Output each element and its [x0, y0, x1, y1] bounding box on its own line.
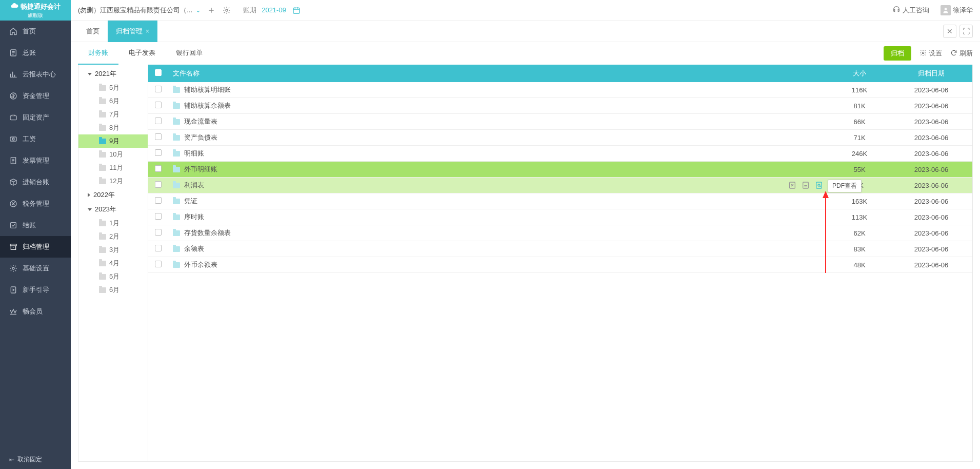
tree-month-label: 6月	[109, 96, 119, 106]
page-tab[interactable]: 首页	[78, 21, 108, 42]
add-company-button[interactable]	[206, 5, 216, 15]
nav-item-asset[interactable]: 固定资产	[0, 107, 71, 128]
tree-month[interactable]: 6月	[78, 94, 148, 108]
folder-icon	[173, 87, 180, 93]
row-checkbox[interactable]	[155, 245, 162, 251]
unpin-icon: ⇤	[9, 456, 14, 463]
sidebar-unpin[interactable]: ⇤ 取消固定	[0, 450, 71, 469]
file-name: 外币明细账	[184, 165, 217, 174]
row-checkbox[interactable]	[155, 229, 162, 236]
table-row[interactable]: 辅助核算明细账116K2023-06-06	[148, 82, 972, 98]
tree-month[interactable]: 4月	[78, 257, 148, 270]
tree-month-label: 10月	[109, 150, 123, 159]
table-row[interactable]: 外币余额表48K2023-06-06	[148, 257, 972, 273]
nav-item-report[interactable]: 云报表中心	[0, 64, 71, 85]
folder-icon	[99, 152, 106, 158]
ledger-icon	[9, 49, 17, 57]
nav-item-guide[interactable]: 新手引导	[0, 279, 71, 301]
table-row[interactable]: 余额表83K2023-06-06	[148, 241, 972, 257]
file-name: 余额表	[184, 244, 204, 253]
tree-month[interactable]: 11月	[78, 161, 148, 174]
tree-month[interactable]: 10月	[78, 148, 148, 161]
nav-item-tax[interactable]: 税务管理	[0, 193, 71, 214]
row-checkbox[interactable]	[155, 118, 162, 124]
nav-item-close[interactable]: 结账	[0, 214, 71, 236]
sub-tab[interactable]: 银行回单	[166, 42, 213, 65]
tree-month[interactable]: 5月	[78, 81, 148, 94]
table-row[interactable]: 序时账113K2023-06-06	[148, 209, 972, 225]
table-row[interactable]: 现金流量表66K2023-06-06	[148, 114, 972, 130]
close-icon[interactable]: ×	[146, 28, 149, 35]
row-checkbox[interactable]	[155, 181, 162, 188]
consult-button[interactable]: 人工咨询	[892, 5, 929, 15]
row-checkbox[interactable]	[155, 133, 162, 140]
tree-year[interactable]: 2022年	[78, 188, 148, 202]
tree-month[interactable]: 7月	[78, 108, 148, 121]
tree-month[interactable]: 1月	[78, 217, 148, 230]
company-selector[interactable]: (勿删）江西服宝精品有限责任公司（... ⌄	[78, 6, 201, 15]
file-size: 71K	[829, 130, 890, 146]
tree-month[interactable]: 8月	[78, 121, 148, 134]
page-tabs: 首页归档管理× ✕ ⛶	[71, 21, 980, 42]
page-tab[interactable]: 归档管理×	[108, 21, 157, 42]
table-row[interactable]: 凭证163K2023-06-06	[148, 193, 972, 209]
nav-item-settings[interactable]: 基础设置	[0, 258, 71, 279]
page-tab-label: 首页	[86, 27, 99, 36]
tab-close-button[interactable]: ✕	[943, 25, 956, 38]
nav-item-invoice[interactable]: 发票管理	[0, 150, 71, 171]
tree-year[interactable]: 2023年	[78, 202, 148, 217]
table-row[interactable]: 外币明细账55K2023-06-06	[148, 162, 972, 178]
row-checkbox[interactable]	[155, 261, 162, 267]
export-excel-icon[interactable]	[788, 181, 797, 190]
table-row[interactable]: 存货数量余额表62K2023-06-06	[148, 225, 972, 241]
tree-month[interactable]: 12月	[78, 174, 148, 188]
tree-month[interactable]: 6月	[78, 283, 148, 297]
archive-button[interactable]: 归档	[884, 46, 911, 61]
nav-item-fund[interactable]: 资金管理	[0, 85, 71, 107]
file-size: 246K	[829, 146, 890, 162]
company-settings-button[interactable]	[222, 5, 232, 15]
settings-link[interactable]: 设置	[919, 49, 942, 58]
row-checkbox[interactable]	[155, 102, 162, 108]
tab-fullscreen-button[interactable]: ⛶	[959, 25, 973, 38]
row-checkbox[interactable]	[155, 149, 162, 156]
nav-item-home[interactable]: 首页	[0, 21, 71, 42]
tree-month[interactable]: 2月	[78, 230, 148, 243]
sub-tab[interactable]: 电子发票	[118, 42, 166, 65]
period-value[interactable]: 2021-09	[262, 6, 286, 14]
file-name: 凭证	[184, 197, 197, 206]
select-all-checkbox[interactable]	[155, 69, 162, 76]
table-row[interactable]: 利润表2K2023-06-06	[148, 178, 972, 193]
table-row[interactable]: 明细账246K2023-06-06	[148, 146, 972, 162]
export-pdf-icon[interactable]	[801, 181, 810, 190]
calendar-icon[interactable]	[291, 5, 302, 15]
row-checkbox[interactable]	[155, 197, 162, 204]
nav-item-stock[interactable]: 进销台账	[0, 171, 71, 193]
row-checkbox[interactable]	[155, 213, 162, 220]
tree-month[interactable]: 9月	[78, 134, 148, 148]
tree-year-label: 2021年	[95, 69, 116, 79]
refresh-link[interactable]: 刷新	[950, 49, 973, 58]
nav-item-salary[interactable]: 工资	[0, 128, 71, 150]
row-checkbox[interactable]	[155, 86, 162, 92]
nav-item-vip[interactable]: 畅会员	[0, 301, 71, 322]
file-date: 2023-06-06	[890, 130, 972, 146]
pdf-view-icon[interactable]	[814, 181, 824, 190]
tree-month-label: 1月	[109, 219, 119, 228]
tree-year[interactable]: 2021年	[78, 67, 148, 81]
folder-icon	[173, 103, 180, 109]
col-header-size: 大小	[829, 65, 890, 82]
nav-item-ledger[interactable]: 总账	[0, 42, 71, 64]
file-size: 116K	[829, 82, 890, 98]
tree-month[interactable]: 5月	[78, 270, 148, 283]
sub-tab[interactable]: 财务账	[78, 42, 118, 65]
file-size: 113K	[829, 209, 890, 225]
row-checkbox[interactable]	[155, 165, 162, 172]
invoice-icon	[9, 157, 17, 165]
nav-item-archive[interactable]: 归档管理	[0, 236, 71, 258]
table-row[interactable]: 资产负债表71K2023-06-06	[148, 130, 972, 146]
folder-icon	[99, 85, 106, 91]
user-menu[interactable]: 徐泽华	[941, 5, 973, 15]
tree-month[interactable]: 3月	[78, 243, 148, 257]
table-row[interactable]: 辅助核算余额表81K2023-06-06	[148, 98, 972, 114]
